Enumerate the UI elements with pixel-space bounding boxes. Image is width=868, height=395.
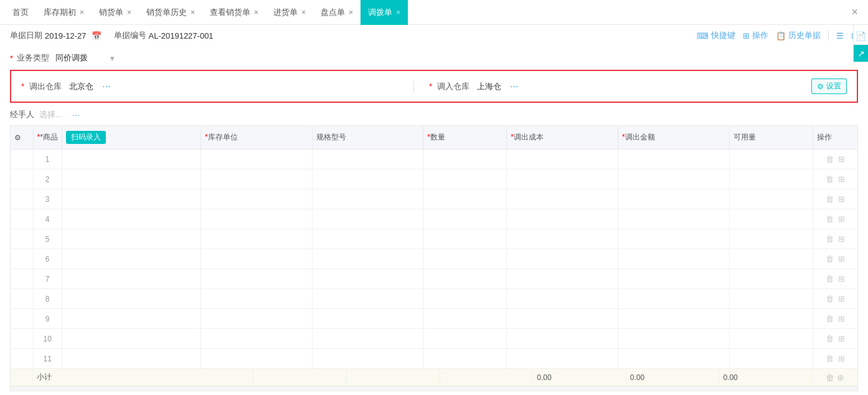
cell-product-1[interactable] [62,150,200,169]
row-copy-icon-4[interactable]: ⊞ [838,214,845,224]
tab-close-sales-history[interactable]: × [191,8,195,17]
cell-product-3[interactable] [62,189,200,209]
person-dots[interactable]: ··· [72,110,80,120]
cell-quantity-6[interactable] [423,249,507,269]
row-delete-icon-2[interactable]: 🗑 [826,174,834,184]
tab-stocktake[interactable]: 盘点单 × [313,0,361,25]
cell-quantity-7[interactable] [423,269,507,289]
row-copy-icon-5[interactable]: ⊞ [838,234,845,244]
cell-spec-4[interactable] [312,209,423,229]
cell-spec-6[interactable] [312,249,423,269]
calendar-icon[interactable]: 📅 [92,31,101,40]
business-type-dropdown[interactable]: ▾ [110,54,115,63]
sidebar-doc-icon[interactable]: 📄 [854,27,869,45]
tab-close-transfer[interactable]: × [396,8,400,17]
cell-cost-9[interactable] [507,309,618,329]
cell-amount-4[interactable] [618,209,729,229]
cell-amount-5[interactable] [618,229,729,249]
row-delete-icon-3[interactable]: 🗑 [826,194,834,204]
global-close-button[interactable]: × [846,6,863,19]
cell-quantity-2[interactable] [423,169,507,189]
row-delete-icon-10[interactable]: 🗑 [826,334,834,343]
cell-cost-5[interactable] [507,229,618,249]
cell-product-9[interactable] [62,309,200,329]
subtotal-delete-icon[interactable]: 🗑 [826,373,834,383]
sidebar-external-icon[interactable]: ↗ [854,45,869,62]
cell-product-4[interactable] [62,209,200,229]
cell-unit-10[interactable] [201,329,313,349]
tab-close-sales-order[interactable]: × [127,8,131,17]
scan-button[interactable]: 扫码录入 [66,131,106,144]
cell-spec-11[interactable] [312,349,423,369]
cell-product-6[interactable] [62,249,200,269]
row-copy-icon-7[interactable]: ⊞ [838,274,845,283]
cell-cost-10[interactable] [507,329,618,349]
cell-amount-1[interactable] [618,150,729,169]
cell-unit-9[interactable] [201,309,313,329]
row-delete-icon-9[interactable]: 🗑 [826,314,834,323]
cell-unit-6[interactable] [201,249,313,269]
row-delete-icon-8[interactable]: 🗑 [826,294,834,303]
shortcuts-button[interactable]: ⌨ 快捷键 [697,30,735,41]
cell-product-10[interactable] [62,329,200,349]
cell-unit-7[interactable] [201,269,313,289]
cell-unit-3[interactable] [201,189,313,209]
cell-product-2[interactable] [62,169,200,189]
cell-product-7[interactable] [62,269,200,289]
row-copy-icon-8[interactable]: ⊞ [838,294,845,303]
cell-amount-6[interactable] [618,249,729,269]
row-delete-icon-6[interactable]: 🗑 [826,254,834,264]
cell-quantity-5[interactable] [423,229,507,249]
cell-spec-8[interactable] [312,289,423,309]
cell-spec-3[interactable] [312,189,423,209]
cell-unit-8[interactable] [201,289,313,309]
transfer-in-dots[interactable]: ··· [510,81,518,92]
row-copy-icon-9[interactable]: ⊞ [838,314,845,323]
cell-quantity-10[interactable] [423,329,507,349]
row-copy-icon-11[interactable]: ⊞ [838,354,845,363]
row-delete-icon-11[interactable]: 🗑 [826,354,834,363]
person-input[interactable]: 选择... [39,109,62,120]
tab-sales-order[interactable]: 销货单 × [92,0,139,25]
layout-btn-1[interactable]: ☰ [836,31,844,40]
cell-cost-4[interactable] [507,209,618,229]
cell-amount-2[interactable] [618,169,729,189]
cell-amount-7[interactable] [618,269,729,289]
row-copy-icon-6[interactable]: ⊞ [838,254,845,264]
cell-unit-11[interactable] [201,349,313,369]
tab-view-sales[interactable]: 查看销货单 × [202,0,266,25]
row-copy-icon-1[interactable]: ⊞ [838,155,845,164]
cell-cost-8[interactable] [507,289,618,309]
cell-amount-9[interactable] [618,309,729,329]
tab-home[interactable]: 首页 [5,0,36,25]
row-copy-icon-2[interactable]: ⊞ [838,174,845,184]
cell-quantity-11[interactable] [423,349,507,369]
cell-amount-11[interactable] [618,349,729,369]
cell-spec-5[interactable] [312,229,423,249]
subtotal-copy-icon[interactable]: ⊕ [837,373,844,383]
row-delete-icon-1[interactable]: 🗑 [826,155,834,164]
settings-button[interactable]: ⚙ 设置 [811,79,847,94]
cell-product-11[interactable] [62,349,200,369]
cell-spec-9[interactable] [312,309,423,329]
cell-spec-1[interactable] [312,150,423,169]
cell-product-5[interactable] [62,229,200,249]
th-gear[interactable]: ⚙ [11,126,33,150]
tab-close-stocktake[interactable]: × [349,8,353,17]
row-delete-icon-5[interactable]: 🗑 [826,234,834,244]
cell-unit-1[interactable] [201,150,313,169]
transfer-out-dots[interactable]: ··· [102,81,110,92]
cell-quantity-8[interactable] [423,289,507,309]
cell-spec-2[interactable] [312,169,423,189]
cell-cost-3[interactable] [507,189,618,209]
cell-cost-6[interactable] [507,249,618,269]
cell-amount-3[interactable] [618,189,729,209]
cell-cost-11[interactable] [507,349,618,369]
tab-close-view-sales[interactable]: × [254,8,258,17]
cell-spec-10[interactable] [312,329,423,349]
operations-button[interactable]: ⊞ 操作 [743,30,768,41]
cell-quantity-3[interactable] [423,189,507,209]
cell-product-8[interactable] [62,289,200,309]
tab-sales-history[interactable]: 销货单历史 × [139,0,202,25]
tab-close-inventory-init[interactable]: × [80,8,84,17]
